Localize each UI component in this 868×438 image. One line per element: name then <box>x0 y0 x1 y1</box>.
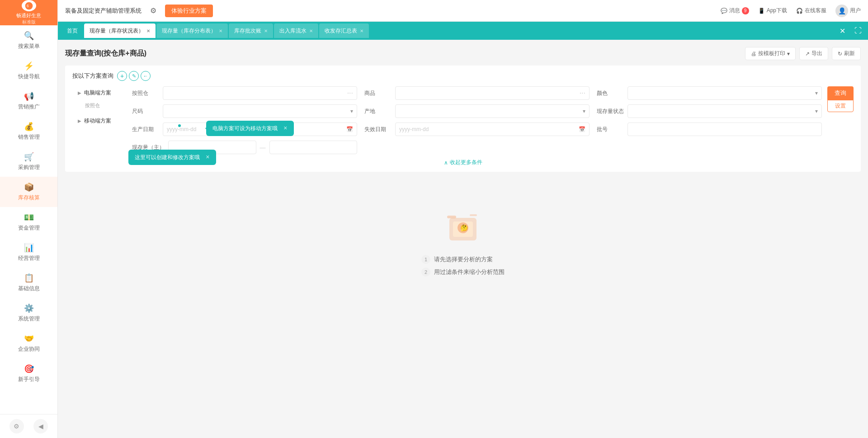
sidebar-item-label: 经营管理 <box>18 254 40 262</box>
step-1-num: 1 <box>421 255 430 264</box>
tab-close-stock-batch[interactable]: ✕ <box>264 28 268 33</box>
empty-illustration: 🤔 <box>440 204 486 250</box>
batch-input[interactable] <box>627 122 822 136</box>
warehouse-input[interactable]: ··· <box>163 86 357 100</box>
scheme-mobile-label: 移动端方案 <box>84 117 111 125</box>
query-btn-group: 查询 设置 <box>827 86 854 154</box>
sidebar-item-guide[interactable]: 🎯 新手引导 <box>0 358 57 389</box>
tab-stock-status[interactable]: 现存量（库存状况表） ✕ <box>84 24 156 38</box>
support-btn[interactable]: 🎧 在线客服 <box>796 7 826 14</box>
back-scheme-btn[interactable]: ← <box>141 71 151 81</box>
finance-icon: 💵 <box>24 212 34 222</box>
basic-icon: 📋 <box>24 273 34 283</box>
settings-footer-btn[interactable]: ⚙ <box>9 419 24 433</box>
warehouse-dots-icon: ··· <box>347 89 353 97</box>
size-select[interactable]: ▾ <box>163 104 357 118</box>
create-tooltip-text: 这里可以创建和修改方案哦 <box>135 154 200 160</box>
reset-button[interactable]: 设置 <box>827 100 854 112</box>
tab-fullscreen-btn[interactable]: ⛶ <box>852 26 864 36</box>
tab-stock-flow[interactable]: 出入库流水 ✕ <box>274 24 318 38</box>
export-btn[interactable]: ↗ 导出 <box>799 47 828 60</box>
expire-date-input[interactable]: yyyy-mm-dd 📅 <box>395 122 590 136</box>
sidebar-item-label: 库存核算 <box>18 194 40 202</box>
tab-close-collect-summary[interactable]: ✕ <box>360 28 363 33</box>
svg-text:6: 6 <box>27 4 29 8</box>
top-header-right: 💬 消息 9 📱 App下载 🎧 在线客服 👤 用户 <box>721 5 861 17</box>
filter-fields-grid: 按照仓 ··· 商品 ··· <box>132 86 822 154</box>
empty-steps: 1 请先选择要分析的方案 2 用过滤条件来缩小分析范围 <box>421 255 505 277</box>
create-tooltip-close[interactable]: × <box>206 153 209 160</box>
sidebar-item-finance[interactable]: 💵 资金管理 <box>0 207 57 237</box>
sidebar-item-operation[interactable]: 📊 经营管理 <box>0 237 57 268</box>
scheme-tree-child-pc[interactable]: 按照仓 <box>72 99 127 112</box>
search-icon: 🔍 <box>24 31 34 41</box>
scheme-tooltip-close[interactable]: × <box>283 124 287 132</box>
stock-main-max-input[interactable] <box>269 141 358 154</box>
tab-stock-dist[interactable]: 现存量（库存分布表） ✕ <box>156 24 228 38</box>
sidebar: 6 畅通好生意 标准版 🔍 搜索菜单 ⚡ 快捷导航 📢 营销推广 💰 销售管理 … <box>0 0 58 438</box>
expand-icon: ▶ <box>78 90 81 95</box>
quick-nav-icon: ⚡ <box>24 61 34 71</box>
collapse-btn[interactable]: ∧ 收起更多条件 <box>444 159 482 166</box>
logo-text: 畅通好生意 <box>16 12 41 19</box>
query-button[interactable]: 查询 <box>827 86 854 100</box>
stock-status-select[interactable]: ▾ <box>627 104 822 118</box>
tab-close-stock-flow[interactable]: ✕ <box>309 28 313 33</box>
logo-sub: 标准版 <box>22 19 36 25</box>
sidebar-item-marketing[interactable]: 📢 营销推广 <box>0 86 57 116</box>
purchase-icon: 🛒 <box>24 152 34 162</box>
tab-stock-dist-label: 现存量（库存分布表） <box>162 27 216 35</box>
svg-rect-7 <box>470 214 477 216</box>
filter-field-size: 尺码 ▾ <box>132 104 357 118</box>
sidebar-item-basic[interactable]: 📋 基础信息 <box>0 268 57 298</box>
scheme-tree-parent-mobile[interactable]: ▶ 移动端方案 <box>72 114 127 127</box>
sidebar-item-system[interactable]: ⚙️ 系统管理 <box>0 298 57 328</box>
collapse-sidebar-btn[interactable]: ◀ <box>33 419 48 433</box>
filter-header: 按以下方案查询 + ✎ ← <box>72 71 854 81</box>
filter-field-expire-date: 失效日期 yyyy-mm-dd 📅 <box>364 122 590 136</box>
marketing-icon: 📢 <box>24 91 34 101</box>
filter-panel: 按以下方案查询 + ✎ ← ▶ 电脑端方案 <box>65 66 861 172</box>
tab-close-stock-status[interactable]: ✕ <box>146 28 150 33</box>
user-btn[interactable]: 👤 用户 <box>835 5 861 17</box>
page-actions: 🖨 按模板打印 ▾ ↗ 导出 ↻ 刷新 <box>745 47 861 60</box>
goods-label: 商品 <box>364 89 392 97</box>
sidebar-item-inventory[interactable]: 📦 库存核算 <box>0 177 57 207</box>
goods-dots-icon: ··· <box>580 89 585 97</box>
sidebar-item-purchase[interactable]: 🛒 采购管理 <box>0 146 57 177</box>
page-title-bar: 现存量查询(按仓库+商品) 🖨 按模板打印 ▾ ↗ 导出 ↻ 刷新 <box>65 47 861 60</box>
color-select[interactable]: ▾ <box>627 86 822 100</box>
message-btn[interactable]: 💬 消息 9 <box>721 7 749 14</box>
system-title: 装备及固定资产辅助管理系统 <box>65 7 142 15</box>
sidebar-logo: 6 畅通好生意 标准版 <box>0 0 57 25</box>
sidebar-item-label: 快捷导航 <box>18 73 40 80</box>
add-scheme-btn[interactable]: + <box>117 71 127 81</box>
sidebar-item-quick-nav[interactable]: ⚡ 快捷导航 <box>0 56 57 86</box>
sidebar-item-label: 基础信息 <box>18 285 40 292</box>
origin-select[interactable]: ▾ <box>395 104 590 118</box>
app-download-btn[interactable]: 📱 App下载 <box>758 7 787 14</box>
tab-home-label: 首页 <box>67 27 78 35</box>
sidebar-item-sales[interactable]: 💰 销售管理 <box>0 116 57 146</box>
edit-scheme-btn[interactable]: ✎ <box>129 71 139 81</box>
tab-close-all-btn[interactable]: ✕ <box>837 26 848 36</box>
sidebar-item-search[interactable]: 🔍 搜索菜单 <box>0 25 57 56</box>
refresh-label: 刷新 <box>844 50 855 57</box>
tab-close-stock-dist[interactable]: ✕ <box>219 28 222 33</box>
filter-field-origin: 产地 ▾ <box>364 104 590 118</box>
message-badge: 9 <box>742 7 749 14</box>
gear-button[interactable]: ⚙ <box>147 5 160 17</box>
goods-input[interactable]: ··· <box>395 86 590 100</box>
tab-collect-summary[interactable]: 收发存汇总表 ✕ <box>319 24 369 38</box>
connector-dot-scheme <box>177 123 182 128</box>
scheme-tree-parent-pc[interactable]: ▶ 电脑端方案 <box>72 86 127 99</box>
filter-field-warehouse: 按照仓 ··· <box>132 86 357 100</box>
industry-button[interactable]: 体验行业方案 <box>165 5 213 17</box>
tab-stock-batch[interactable]: 库存批次账 ✕ <box>229 24 273 38</box>
empty-step-2: 2 用过滤条件来缩小分析范围 <box>421 268 505 277</box>
sidebar-item-enterprise[interactable]: 🤝 企业协同 <box>0 328 57 358</box>
print-btn[interactable]: 🖨 按模板打印 ▾ <box>745 47 796 60</box>
refresh-btn[interactable]: ↻ 刷新 <box>832 47 861 60</box>
tab-home[interactable]: 首页 <box>61 24 83 38</box>
collapse-label: 收起更多条件 <box>450 159 482 166</box>
